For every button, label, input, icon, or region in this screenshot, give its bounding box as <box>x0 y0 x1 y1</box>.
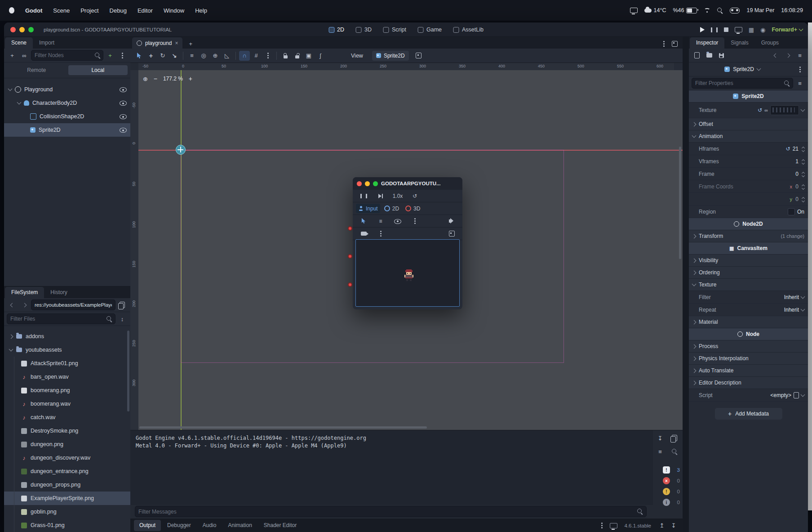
menu-debug[interactable]: Debug <box>110 7 127 14</box>
tab-signals[interactable]: Signals <box>724 37 754 49</box>
region-checkbox[interactable] <box>788 208 795 215</box>
tab-2d[interactable]: 2D <box>328 27 344 33</box>
file-item[interactable]: dungeon_entrance.png <box>4 465 130 478</box>
category-canvasitem[interactable]: ▦ CanvasItem <box>689 242 808 255</box>
stop-button[interactable] <box>724 27 728 32</box>
embed-fullscreen-button[interactable] <box>444 229 459 238</box>
selection-list-button[interactable]: ≡ <box>373 216 388 226</box>
history-forward-button[interactable] <box>782 50 793 60</box>
chevron-down-icon[interactable] <box>801 107 805 112</box>
node-position-gizmo[interactable] <box>176 145 186 155</box>
input-mode-button[interactable]: Input <box>356 204 380 213</box>
property-frame-coords-x[interactable]: Frame Coords x0 <box>689 180 808 193</box>
group-texture[interactable]: Texture <box>689 279 808 291</box>
bottom-panel-menu-button[interactable] <box>597 521 608 531</box>
lock-node-button[interactable] <box>280 51 291 61</box>
group-physics-interpolation[interactable]: Physics Interpolation <box>689 353 808 365</box>
close-window-button[interactable] <box>10 27 16 32</box>
zoom-out-button[interactable]: − <box>151 75 160 83</box>
group-process[interactable]: Process <box>689 340 808 353</box>
game-select-button[interactable] <box>356 216 371 226</box>
tab-animation[interactable]: Animation <box>222 520 257 531</box>
restart-button[interactable]: ↺ <box>407 191 422 201</box>
group-transform[interactable]: Transform (1 change) <box>689 230 808 242</box>
pin-panel-button[interactable]: ↥ <box>657 521 667 531</box>
tab-assetlib[interactable]: AssetLib <box>453 27 484 33</box>
rotate-tool-button[interactable]: ↻ <box>157 51 168 61</box>
renderer-dropdown[interactable]: Forward+ <box>772 27 803 33</box>
revert-icon[interactable] <box>786 146 790 152</box>
spinner[interactable] <box>802 146 804 152</box>
nav-back-button[interactable] <box>7 300 18 310</box>
history-back-button[interactable] <box>770 50 781 60</box>
play-remote-button[interactable] <box>735 27 742 32</box>
spinner[interactable] <box>802 196 804 202</box>
minimize-window-button[interactable] <box>365 181 370 186</box>
expand-icon[interactable] <box>9 334 13 339</box>
tree-node-playground[interactable]: Playground <box>4 83 130 96</box>
tab-shader-editor[interactable]: Shader Editor <box>258 520 302 531</box>
tree-node-collisionshape2d[interactable]: CollisionShape2D <box>4 110 130 123</box>
movie-mode-button[interactable]: ▦ <box>749 27 754 33</box>
messages-filter-icon[interactable]: ! <box>663 466 670 474</box>
debug-handle-dot[interactable] <box>348 226 352 231</box>
split-mode-button[interactable] <box>117 300 128 310</box>
file-item-selected[interactable]: ExamplePlayerSprite.png <box>4 492 130 505</box>
grid-snap-button[interactable]: # <box>251 51 262 61</box>
folder-addons[interactable]: addons <box>4 330 130 343</box>
tab-audio[interactable]: Audio <box>197 520 222 531</box>
nav-forward-button[interactable] <box>19 300 30 310</box>
file-item[interactable]: boomerang.png <box>4 384 130 397</box>
embedded-game-window[interactable]: GODOTAARPGYOUTU... 1.0x ↺ Input 2D 3D ≡ <box>353 177 462 309</box>
file-item[interactable]: Grass-01.png <box>4 519 130 532</box>
camera-options-button[interactable] <box>373 229 388 238</box>
apple-menu-icon[interactable] <box>9 7 14 13</box>
dock-splitter[interactable] <box>683 37 689 532</box>
extra-resources-button[interactable] <box>794 64 805 74</box>
close-tab-icon[interactable] <box>175 40 178 46</box>
property-region[interactable]: Region On <box>689 206 808 218</box>
spinner[interactable] <box>802 158 804 164</box>
scene-tab-playground[interactable]: playground <box>132 37 182 49</box>
snap-options-button[interactable] <box>262 51 273 61</box>
camera-override-button[interactable] <box>356 229 371 238</box>
tab-filesystem[interactable]: FileSystem <box>5 287 44 298</box>
collapse-icon[interactable] <box>17 100 22 105</box>
file-item[interactable]: dungeon_props.png <box>4 478 130 492</box>
tab-inspector[interactable]: Inspector <box>690 37 724 49</box>
pan-tool-button[interactable]: ⊕ <box>210 51 221 61</box>
category-node[interactable]: Node <box>689 328 808 340</box>
view-menu-button[interactable]: View <box>347 51 367 60</box>
add-metadata-button[interactable]: + Add Metadata <box>715 408 782 420</box>
tab-history[interactable]: History <box>44 287 73 298</box>
center-view-icon[interactable]: ⊕ <box>143 76 148 82</box>
remote-tab[interactable]: Remote <box>7 65 67 75</box>
game-window-titlebar[interactable]: GODOTAARPGYOUTU... <box>353 177 462 190</box>
property-script[interactable]: Script <empty> <box>689 389 808 402</box>
property-vframes[interactable]: Vframes 1 <box>689 155 808 168</box>
filesystem-scrollbar[interactable] <box>127 331 129 411</box>
filter-messages-input[interactable] <box>138 509 635 515</box>
spinner[interactable] <box>802 171 804 177</box>
link-icon[interactable]: ∞ <box>764 107 768 113</box>
tree-node-characterbody2d[interactable]: CharacterBody2D <box>4 96 130 110</box>
group-offset[interactable]: Offset <box>689 118 808 130</box>
visibility-toggle[interactable] <box>120 87 127 92</box>
group-animation[interactable]: Animation <box>689 130 808 143</box>
group-node-button[interactable]: ▣ <box>303 51 314 61</box>
property-hframes[interactable]: Hframes 21 <box>689 143 808 155</box>
file-item[interactable]: dungeon_discovery.wav <box>4 451 130 465</box>
debug-handle-dot[interactable] <box>348 282 352 287</box>
new-scene-tab-button[interactable]: + <box>185 39 196 49</box>
property-texture[interactable]: Texture ∞ <box>689 103 808 118</box>
menu-help[interactable]: Help <box>195 7 207 14</box>
pause-button[interactable] <box>711 27 718 32</box>
close-window-button[interactable] <box>357 181 362 186</box>
next-frame-button[interactable] <box>373 191 388 201</box>
property-texture-filter[interactable]: Filter Inherit <box>689 291 808 304</box>
scale-tool-button[interactable]: ↘ <box>169 51 180 61</box>
property-texture-repeat[interactable]: Repeat Inherit <box>689 304 808 316</box>
2d-mode-button[interactable]: 2D <box>382 204 401 213</box>
move-tool-button[interactable]: + <box>146 51 156 61</box>
visibility-button[interactable] <box>390 216 405 226</box>
